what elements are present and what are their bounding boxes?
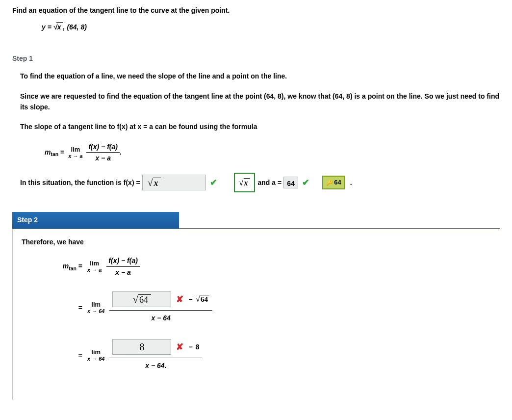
step2-content: Therefore, we have mtan = lim x → a f(x)…: [12, 228, 500, 400]
step1-label: Step 1: [12, 53, 500, 64]
step2-eq-row1: mtan = lim x → a f(x) − f(a) x − a: [46, 255, 491, 278]
step2-eq-row2: = lim x → 64 √64 ✘ − √64 x − 64: [46, 289, 491, 325]
step2-input2[interactable]: 8: [112, 339, 171, 355]
step2-eq-row3: = lim x → 64 8 ✘ − 8 x − 64.: [46, 337, 491, 373]
key-answer-box: 64: [322, 176, 345, 190]
cross-icon: ✘: [176, 340, 183, 354]
mtan-formula: mtan = lim x → a f(x) − f(a) x − a .: [45, 141, 500, 164]
check-icon: ✔: [210, 176, 217, 190]
question-block: Find an equation of the tangent line to …: [12, 5, 500, 33]
question-prompt: Find an equation of the tangent line to …: [12, 5, 500, 16]
question-formula: y = x, (64, 8): [42, 22, 500, 33]
check-icon: ✔: [302, 176, 309, 190]
step2-block: Step 2 Therefore, we have mtan = lim x →…: [12, 212, 500, 399]
cross-icon: ✘: [176, 292, 183, 307]
step1-p4: In this situation, the function is f(x) …: [20, 173, 500, 193]
step1-p3: The slope of a tangent line to f(x) at x…: [20, 121, 500, 132]
answer-box-fx: √x: [234, 173, 255, 193]
step2-label: Step 2: [12, 212, 179, 228]
step1-p2: Since we are requested to find the equat…: [20, 91, 500, 113]
fx-input[interactable]: √x: [142, 175, 206, 190]
step1-p1: To find the equation of a line, we need …: [20, 71, 500, 81]
step2-input1[interactable]: √64: [112, 291, 171, 307]
step2-p1: Therefore, we have: [22, 236, 491, 247]
step1-content: To find the equation of a line, we need …: [20, 71, 500, 192]
a-input[interactable]: 64: [283, 177, 298, 188]
